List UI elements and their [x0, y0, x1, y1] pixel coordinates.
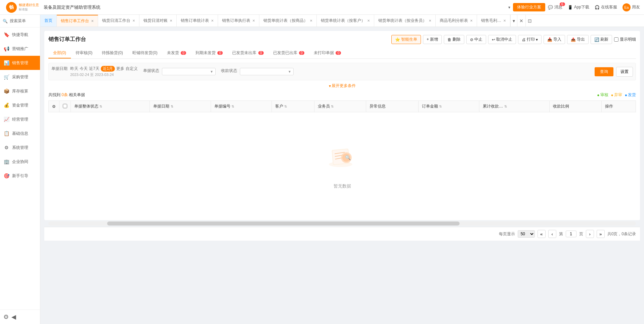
sort-received-icon[interactable]: ⇅ [504, 105, 507, 108]
sidebar-item-nav[interactable]: 🔖 快捷导航 [0, 28, 40, 42]
export-button[interactable]: 📤 导出 [567, 35, 589, 44]
filter-tab-shop-pending[interactable]: 旺铺待发货(0) [128, 48, 162, 58]
tab-close-icon-4[interactable]: ✕ [211, 19, 214, 23]
sidebar-item-purchase[interactable]: 🛒 采购管理 [0, 70, 40, 84]
cancel-audit-action-link[interactable]: ● 弃审 [611, 92, 622, 98]
sales-icon: 📊 [3, 60, 9, 66]
filter-tab-pending-check[interactable]: 待拣验货(0) [97, 48, 128, 58]
sort-number-icon[interactable]: ⇅ [231, 105, 234, 108]
filter-tab-overdue-ship[interactable]: 到期未发货 0 [191, 48, 227, 58]
tab-goods-stats-staff[interactable]: 销货单统计表（按业务员） ✕ [374, 15, 436, 27]
tab-close-icon-7[interactable]: ✕ [367, 19, 370, 23]
show-detail-checkbox[interactable]: 显示明细 [614, 37, 636, 42]
tab-maximize-btn[interactable]: ⊡ [525, 15, 534, 27]
settings-dropdown-icon[interactable]: ▾ [508, 5, 510, 10]
payment-filter-select[interactable]: ▾ [240, 68, 294, 75]
date-opt-1month[interactable]: 近1月 [101, 66, 115, 72]
next-page-btn[interactable]: › [586, 230, 594, 238]
sidebar-item-inventory[interactable]: 📦 库存核算 [0, 84, 40, 98]
tab-more-btn[interactable]: ▾ [510, 15, 517, 27]
add-button[interactable]: + 新增 [423, 35, 442, 44]
filter-tab-all[interactable]: 全部(0) [48, 48, 71, 58]
sidebar-search[interactable]: 🔍 搜索菜单 [0, 15, 40, 28]
tab-sales-workbench[interactable]: 销售订单工作台 ✕ [57, 15, 98, 27]
tab-close-icon-8[interactable]: ✕ [429, 19, 431, 23]
date-opt-yesterday[interactable]: 昨天 [70, 66, 78, 72]
headset-icon: 🎧 [595, 5, 600, 10]
sidebar-item-operation[interactable]: 📈 经营管理 [0, 112, 40, 126]
message-action[interactable]: 💬 消息 6 [548, 4, 562, 10]
tab-close-icon-5[interactable]: ✕ [252, 19, 255, 23]
tab-close-icon[interactable]: ✕ [91, 19, 94, 23]
tab-close-icon-10[interactable]: ✕ [503, 19, 506, 23]
filter-settings-button[interactable]: 设置 [616, 67, 633, 77]
sort-status-icon[interactable]: ⇅ [99, 105, 102, 108]
tab-margin-analysis[interactable]: 商品毛利分析表 ✕ [436, 15, 477, 27]
sort-staff-icon[interactable]: ⇅ [331, 105, 334, 108]
phone-icon: 📱 [568, 5, 573, 10]
industry-solution-button[interactable]: 体验行业方案 [513, 3, 545, 11]
refresh-button[interactable]: 🔄 刷新 [591, 35, 612, 44]
audit-action-link[interactable]: ● 审核 [597, 92, 608, 98]
online-service-action[interactable]: 🎧 在线客服 [595, 4, 617, 10]
tab-close-icon-6[interactable]: ✕ [310, 19, 312, 23]
sort-customer-icon[interactable]: ⇅ [284, 105, 287, 108]
print-button[interactable]: 🖨 打印 ▾ [518, 35, 542, 44]
sort-amount-icon[interactable]: ⇅ [439, 105, 442, 108]
smart-generate-button[interactable]: ⭐ 智能生单 [391, 35, 421, 44]
tab-sales-exec[interactable]: 销售订单执行表 ✕ [218, 15, 259, 27]
sidebar-item-finance[interactable]: 💰 资金管理 [0, 98, 40, 112]
filter-tab-shipped-not-out[interactable]: 已发货未出库 0 [227, 48, 268, 58]
delete-button[interactable]: 🗑 删除 [444, 35, 464, 44]
col-action-label: 操作 [605, 104, 613, 109]
first-page-btn[interactable]: « [538, 230, 546, 238]
tab-goods-stats-customer[interactable]: 销货单统计表（按客户） ✕ [317, 15, 374, 27]
select-all-checkbox[interactable] [63, 104, 67, 108]
page-number-input[interactable] [566, 231, 576, 237]
sidebar-collapse-btn[interactable]: ◀ [11, 313, 16, 321]
tab-close-icon-9[interactable]: ✕ [470, 19, 473, 23]
sidebar-item-system[interactable]: ⚙ 系统管理 [0, 140, 40, 155]
tab-home[interactable]: 首页 [40, 15, 57, 27]
tab-close-icon-3[interactable]: ✕ [170, 19, 172, 23]
date-opt-custom[interactable]: 自定义 [126, 66, 138, 72]
status-filter-select[interactable]: ▾ [162, 68, 216, 75]
filter-tab-pending-audit[interactable]: 待审核(0) [71, 48, 97, 58]
last-page-btn[interactable]: » [597, 230, 605, 238]
cancel-stop-button[interactable]: ↩ 取消中止 [488, 35, 516, 44]
tab-goods-stats-product[interactable]: 销货单统计表（按商品） ✕ [259, 15, 317, 27]
tab-cash-reconcile[interactable]: 钱货日清对账 ✕ [139, 15, 177, 27]
sidebar-item-guide[interactable]: 🎯 新手引导 [0, 169, 40, 183]
detail-checkbox-input[interactable] [614, 37, 618, 42]
tab-cash-daily[interactable]: 钱货日清工作台 ✕ [98, 15, 139, 27]
tab-sales-stats[interactable]: 销售订单统计表 ✕ [177, 15, 218, 27]
sidebar-item-sales[interactable]: 📊 销售管理 [0, 56, 40, 70]
import-button[interactable]: 📥 导入 [544, 35, 565, 44]
stop-button[interactable]: ⊘ 中止 [466, 35, 486, 44]
horizontal-scrollbar[interactable] [44, 221, 640, 226]
inventory-icon: 📦 [3, 88, 9, 94]
filter-tab-not-shipped[interactable]: 未发货 0 [162, 48, 191, 58]
date-opt-7days[interactable]: 近7天 [89, 66, 99, 72]
tab-close-icon-2[interactable]: ✕ [132, 19, 135, 23]
sidebar-item-basic[interactable]: 📋 基础信息 [0, 126, 40, 140]
prev-page-btn[interactable]: ‹ [548, 230, 556, 238]
sidebar-item-marketing[interactable]: 📢 营销推广 [0, 42, 40, 56]
tab-close-all-btn[interactable]: ✕ [517, 15, 525, 27]
sort-date-icon[interactable]: ⇅ [171, 105, 173, 108]
col-checkbox[interactable] [59, 101, 71, 112]
filter-tab-shipped-out[interactable]: 已发货已出库 0 [268, 48, 309, 58]
tab-sales-margin[interactable]: 销售毛利… ✕ [477, 15, 510, 27]
app-download-action[interactable]: 📱 App下载 [568, 4, 589, 10]
query-button[interactable]: 查询 [595, 67, 613, 76]
col-settings[interactable]: ⚙ [49, 101, 59, 112]
expand-filter-btn[interactable]: ▾ 展开更多条件 [329, 83, 356, 89]
sidebar-item-corp[interactable]: 🏢 企业协同 [0, 155, 40, 169]
sidebar-settings-btn[interactable]: ⚙ [3, 313, 9, 321]
date-opt-today[interactable]: 今天 [80, 66, 88, 72]
user-action[interactable]: Ea 用友 [622, 3, 640, 11]
date-opt-more[interactable]: 更多 [116, 66, 124, 72]
filter-tab-not-printed[interactable]: 未打印单据 0 [309, 48, 346, 58]
page-size-select[interactable]: 10 20 50 100 [518, 230, 535, 238]
ship-action-link[interactable]: ● 发货 [625, 92, 636, 98]
